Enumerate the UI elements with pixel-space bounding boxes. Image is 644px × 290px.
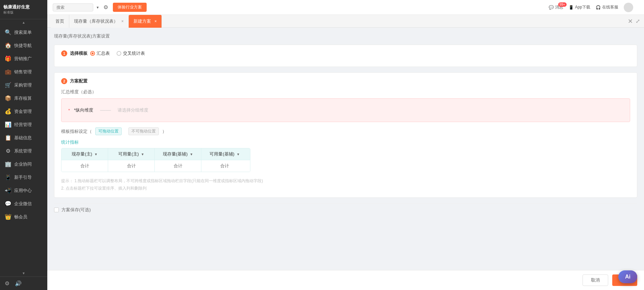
- sidebar-item-business[interactable]: 📊经营管理: [0, 118, 47, 131]
- messages-btn[interactable]: 💬 消息 99+: [549, 4, 563, 10]
- sidebar-icon-finance: 💰: [5, 108, 11, 115]
- sidebar-scroll: 🔍搜索菜单🏠快捷导航🎁营销推广💼销售管理🛒采购管理📦库存核算💰资金管理📊经营管理…: [0, 26, 47, 270]
- headset-icon: 🎧: [596, 5, 601, 10]
- sidebar-icon-enterprise: 🏢: [5, 161, 11, 167]
- cancel-button[interactable]: 取消: [583, 274, 608, 286]
- save-option-row: 方案保存(可选): [54, 203, 637, 216]
- sidebar-item-basic-info[interactable]: 📋基础信息: [0, 131, 47, 144]
- sidebar-icon-sales: 💼: [5, 69, 11, 75]
- tab-inventory[interactable]: 现存量（库存状况表） ×: [69, 15, 129, 28]
- required-dimension-area[interactable]: * *纵向维度 —— 请选择分组维度: [61, 98, 630, 122]
- sidebar-item-search-menu[interactable]: 🔍搜索菜单: [0, 26, 47, 39]
- app-name: 畅康通好生意: [3, 4, 44, 10]
- tab-new-plan[interactable]: 新建方案 ×: [129, 15, 162, 28]
- search-input[interactable]: [53, 3, 93, 11]
- save-checkbox[interactable]: [54, 208, 59, 212]
- new-plan-tab-label: 新建方案: [133, 18, 151, 24]
- sidebar-label-wechat: 企业微信: [14, 201, 32, 207]
- inventory-tab-close[interactable]: ×: [121, 19, 124, 24]
- sidebar-item-wechat[interactable]: 💬企业微信: [0, 197, 47, 210]
- sidebar-label-search-menu: 搜索菜单: [14, 29, 32, 35]
- dropdown-icon[interactable]: ▾: [97, 5, 99, 10]
- vertical-dim-label: *纵向维度: [74, 107, 93, 113]
- industry-btn[interactable]: 体验行业方案: [113, 3, 147, 12]
- section2-num: 2: [61, 78, 67, 84]
- dim-divider: ——: [100, 107, 111, 113]
- sidebar-label-basic-info: 基础信息: [14, 135, 32, 141]
- sidebar-item-quick-nav[interactable]: 🏠快捷导航: [0, 39, 47, 52]
- sidebar-item-system[interactable]: ⚙系统管理: [0, 144, 47, 158]
- gear-icon[interactable]: ⚙: [103, 4, 108, 10]
- stats-col-chevron-3: ▼: [237, 152, 240, 156]
- stats-col-header-1[interactable]: 可用量(主)▼: [108, 148, 155, 160]
- tip-line-2: 2. 点击标题栏下拉可设置排序、插入列和删除列: [61, 185, 630, 192]
- sidebar-icon-purchase: 🛒: [5, 82, 11, 88]
- sidebar-item-app-center[interactable]: 📲应用中心: [0, 184, 47, 197]
- sidebar-label-business: 经营管理: [14, 122, 32, 128]
- sidebar-item-marketing[interactable]: 🎁营销推广: [0, 52, 47, 65]
- radio-summary-circle: [90, 51, 95, 56]
- section1-num: 1: [61, 50, 67, 56]
- sidebar-icon-new-guide: 📱: [5, 174, 11, 180]
- indicator-setting-row: 模板指标设定（ 可拖动位置 不可拖动位置 ）: [61, 127, 630, 135]
- stats-table-header: 现存量(主)▼可用量(主)▼现存量(基辅)▼可用量(基辅)▼: [61, 148, 250, 160]
- radio-cross-circle: [117, 51, 121, 56]
- sidebar-icon-quick-nav: 🏠: [5, 42, 11, 49]
- stats-col-chevron-1: ▼: [141, 152, 144, 156]
- sidebar-item-member[interactable]: 👑畅会员: [0, 210, 47, 223]
- stats-col-header-2[interactable]: 现存量(基辅)▼: [155, 148, 201, 160]
- new-plan-tab-close[interactable]: ×: [154, 19, 157, 24]
- sidebar-icon-business: 📊: [5, 121, 11, 128]
- message-icon: 💬: [549, 5, 554, 10]
- main-area: ▾ ⚙ 体验行业方案 💬 消息 99+ 📱 App下载 🎧 在线客服 首页: [47, 0, 644, 290]
- save-label: 方案保存(可选): [61, 207, 91, 213]
- user-avatar[interactable]: [624, 3, 633, 12]
- page-content: 现存量(库存状况表)方案设置 1 选择模板 汇总表 交叉统计表: [47, 28, 644, 270]
- app-download-btn[interactable]: 📱 App下载: [569, 4, 590, 10]
- close-panel-icon[interactable]: ✕: [628, 18, 633, 25]
- radio-cross[interactable]: 交叉统计表: [117, 50, 145, 56]
- sidebar-item-purchase[interactable]: 🛒采购管理: [0, 78, 47, 92]
- sidebar-scroll-down[interactable]: ▼: [0, 270, 47, 276]
- sidebar-item-sales[interactable]: 💼销售管理: [0, 65, 47, 78]
- sidebar-label-sales: 销售管理: [14, 69, 32, 75]
- tips-section: 提示： 1.拖动标题栏可以调整布局，不可跨维度或指标区域拖动栏目字段(只能在同一…: [61, 177, 630, 192]
- home-tab-label: 首页: [55, 18, 64, 24]
- tab-home[interactable]: 首页: [51, 15, 69, 28]
- tip-line-1: 提示： 1.拖动标题栏可以调整布局，不可跨维度或指标区域拖动栏目字段(只能在同一…: [61, 177, 630, 185]
- stats-cell-2: 合计: [155, 160, 201, 172]
- radio-summary[interactable]: 汇总表: [90, 50, 110, 56]
- stats-col-label-3: 可用量(基辅): [209, 151, 234, 157]
- section2-card: 2 方案配置 汇总维度（必选） * *纵向维度 —— 请选择分组维度 模板指标设…: [54, 72, 637, 198]
- dim-placeholder: 请选择分组维度: [118, 107, 148, 113]
- sidebar-icon-system: ⚙: [5, 148, 11, 154]
- sidebar-label-system: 系统管理: [14, 148, 32, 154]
- bottom-bar: 取消 查询: [47, 270, 644, 290]
- stats-cell-0: 合计: [61, 160, 108, 172]
- template-radio-group: 汇总表 交叉统计表: [90, 50, 145, 56]
- stats-col-header-0[interactable]: 现存量(主)▼: [61, 148, 108, 160]
- sidebar-item-inventory-check[interactable]: 📦库存核算: [0, 92, 47, 105]
- sidebar-item-new-guide[interactable]: 📱新手引导: [0, 171, 47, 184]
- stats-col-header-3[interactable]: 可用量(基辅)▼: [201, 148, 248, 160]
- draggable-tag: 可拖动位置: [95, 127, 122, 135]
- settings-icon[interactable]: ⚙: [5, 280, 9, 287]
- sidebar-scroll-up[interactable]: ▲: [0, 19, 47, 26]
- stats-col-chevron-0: ▼: [94, 152, 98, 156]
- sidebar-icon-marketing: 🎁: [5, 55, 11, 62]
- section1-header: 1 选择模板 汇总表 交叉统计表: [61, 50, 630, 56]
- online-service-label: 在线客服: [602, 4, 618, 10]
- stats-col-label-0: 现存量(主): [72, 151, 92, 157]
- sidebar-label-finance: 资金管理: [14, 108, 32, 115]
- sidebar: 畅康通好生意 标准版 ▲ 🔍搜索菜单🏠快捷导航🎁营销推广💼销售管理🛒采购管理📦库…: [0, 0, 47, 290]
- section1-title: 选择模板: [70, 50, 88, 56]
- section2-header: 2 方案配置: [61, 78, 630, 84]
- sound-icon[interactable]: 🔊: [15, 280, 22, 287]
- online-service-btn[interactable]: 🎧 在线客服: [596, 4, 618, 10]
- expand-panel-icon[interactable]: ⤢: [636, 18, 640, 24]
- section2-title: 方案配置: [70, 78, 88, 84]
- sidebar-item-enterprise[interactable]: 🏢企业协同: [0, 158, 47, 171]
- app-edition: 标准版: [3, 10, 44, 15]
- sidebar-item-finance[interactable]: 💰资金管理: [0, 105, 47, 118]
- ai-button[interactable]: Ai: [618, 270, 637, 283]
